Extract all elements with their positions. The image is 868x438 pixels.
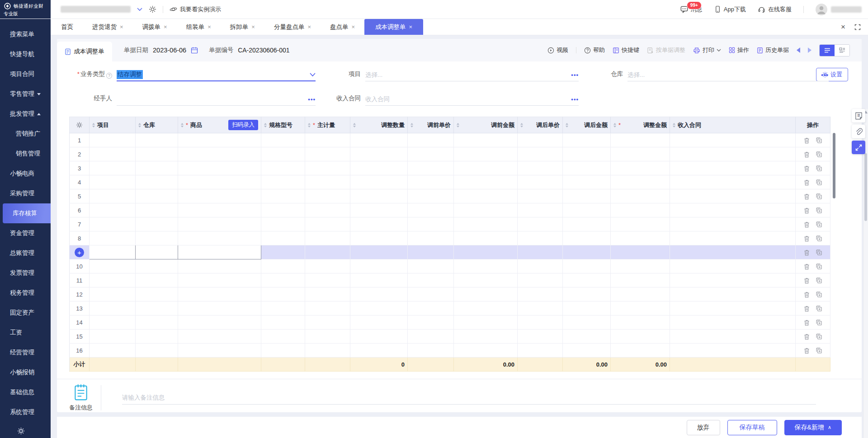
sidebar-item-payroll[interactable]: 工资 (0, 323, 51, 343)
sort-arrows-icon[interactable] (673, 123, 675, 127)
cell-goods[interactable] (178, 133, 261, 147)
cell-warehouse[interactable] (136, 316, 178, 330)
cell-price_before[interactable] (408, 231, 454, 245)
sidebar-item-quick-nav[interactable]: 快捷导航 (0, 44, 51, 64)
cell-contract[interactable] (670, 259, 796, 273)
calendar-icon[interactable] (191, 47, 198, 54)
cell-project[interactable] (90, 316, 136, 330)
cell-goods[interactable] (178, 231, 261, 245)
tab-purchase-return[interactable]: 进货退货× (83, 19, 133, 35)
cell-spec[interactable] (261, 301, 305, 316)
column-header-amount_before[interactable]: 调前金额 (454, 117, 518, 133)
sidebar-item-search-menu[interactable]: 搜索菜单 (0, 24, 51, 44)
copy-row-icon[interactable] (816, 264, 822, 269)
cell-price_after[interactable] (518, 161, 563, 175)
cell-price_before[interactable] (408, 273, 454, 287)
cell-qty[interactable] (350, 287, 408, 301)
cell-spec[interactable] (261, 203, 305, 217)
attachment-paperclip-icon[interactable] (852, 125, 865, 138)
sidebar-item-project-contract[interactable]: 项目合同 (0, 64, 51, 84)
cell-price_before[interactable] (408, 189, 454, 203)
sidebar-item-fixed-assets[interactable]: 固定资产 (0, 303, 51, 323)
remark-input[interactable] (122, 394, 816, 401)
column-header-project[interactable]: 项目 (90, 117, 136, 133)
cell-amount_before[interactable] (454, 287, 518, 301)
table-column-settings-gear-icon[interactable] (70, 117, 90, 133)
cell-qty[interactable] (350, 161, 408, 175)
cell-adjust_amount[interactable] (611, 330, 670, 344)
cell-amount_before[interactable] (454, 231, 518, 245)
cell-amount_after[interactable] (563, 147, 611, 161)
cell-amount_after[interactable] (563, 287, 611, 301)
delete-row-icon[interactable] (804, 292, 810, 298)
cell-amount_after[interactable] (563, 330, 611, 344)
sort-arrows-icon[interactable] (566, 123, 568, 127)
copy-row-icon[interactable] (816, 193, 822, 199)
form-view-toggle[interactable] (835, 45, 849, 56)
delete-row-icon[interactable] (804, 207, 810, 214)
copy-row-icon[interactable] (816, 348, 822, 353)
sort-arrows-icon[interactable] (264, 123, 267, 127)
delete-row-icon[interactable] (804, 137, 810, 144)
cell-amount_before[interactable] (454, 259, 518, 273)
sidebar-item-tax-mgmt[interactable]: 税务管理 (0, 283, 51, 303)
cell-project[interactable] (90, 287, 136, 301)
hotkey-button[interactable]: 快捷键 (613, 46, 639, 54)
cell-price_before[interactable] (408, 133, 454, 147)
tab-close-icon[interactable]: × (409, 24, 413, 30)
project-input[interactable] (365, 71, 571, 78)
cell-spec[interactable] (261, 231, 305, 245)
cell-goods[interactable] (178, 175, 261, 189)
help-circle-icon[interactable]: ? (106, 73, 112, 79)
cell-adjust_amount[interactable] (611, 301, 670, 316)
cell-price_before[interactable] (408, 175, 454, 189)
income-contract-input[interactable] (365, 96, 571, 103)
next-doc-arrow[interactable] (808, 47, 811, 53)
cell-amount_after[interactable] (563, 245, 611, 259)
cell-qty[interactable] (350, 301, 408, 316)
copy-row-icon[interactable] (816, 151, 822, 157)
tab-cost-adjustment[interactable]: 成本调整单× (364, 19, 423, 35)
cell-amount_before[interactable] (454, 217, 518, 231)
cell-amount_after[interactable] (563, 175, 611, 189)
cell-amount_before[interactable] (454, 203, 518, 217)
cell-unit[interactable] (305, 231, 350, 245)
delete-row-icon[interactable] (804, 165, 810, 172)
scan-entry-button[interactable]: 扫码录入 (228, 120, 258, 130)
cell-adjust_amount[interactable] (611, 231, 670, 245)
cell-adjust_amount[interactable] (611, 259, 670, 273)
cell-goods[interactable] (178, 161, 261, 175)
cell-goods[interactable] (178, 301, 261, 316)
cell-project[interactable] (90, 231, 136, 245)
column-header-price_before[interactable]: 调前单价 (408, 117, 454, 133)
cell-qty[interactable] (350, 259, 408, 273)
discard-button[interactable]: 放弃 (687, 420, 720, 435)
cell-warehouse[interactable] (136, 217, 178, 231)
cell-adjust_amount[interactable] (611, 245, 670, 259)
copy-row-icon[interactable] (816, 320, 822, 325)
column-header-contract[interactable]: 收入合同 (670, 117, 796, 133)
cell-price_before[interactable] (408, 161, 454, 175)
sort-arrows-icon[interactable] (308, 123, 311, 127)
sidebar-item-retail-mgmt[interactable]: 零售管理 (0, 84, 51, 104)
cell-project[interactable] (90, 147, 136, 161)
table-scrollbar-thumb[interactable] (833, 133, 835, 198)
sidebar-item-sales-mgmt[interactable]: 销售管理 (0, 144, 51, 164)
sort-arrows-icon[interactable] (138, 123, 141, 127)
cell-amount_after[interactable] (563, 231, 611, 245)
adjust-by-doc-button[interactable]: 按单据调整 (647, 46, 685, 54)
cell-goods[interactable] (178, 203, 261, 217)
cell-price_after[interactable] (518, 147, 563, 161)
cell-contract[interactable] (670, 189, 796, 203)
tab-assembly-order[interactable]: 组装单× (177, 19, 221, 35)
business-type-value[interactable]: 结存调整 (117, 70, 143, 79)
cell-project[interactable] (90, 245, 136, 259)
delete-row-icon[interactable] (804, 193, 810, 200)
cell-contract[interactable] (670, 217, 796, 231)
cell-project[interactable] (90, 133, 136, 147)
tab-close-icon[interactable]: × (351, 24, 355, 30)
business-type-chevron-down-icon[interactable] (310, 73, 316, 77)
cell-amount_after[interactable] (563, 301, 611, 316)
cell-contract[interactable] (670, 301, 796, 316)
cell-unit[interactable] (305, 189, 350, 203)
